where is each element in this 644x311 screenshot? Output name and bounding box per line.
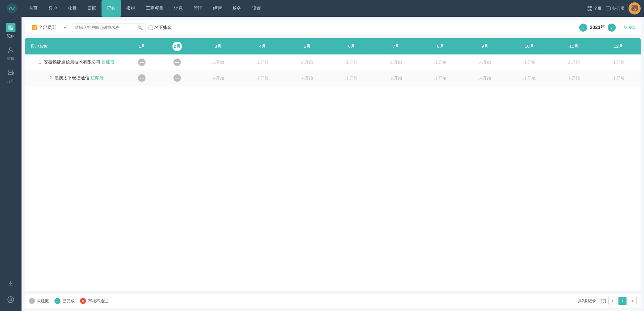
not-started-text: 未开始 <box>434 60 446 65</box>
nav-billing[interactable]: 收费 <box>63 0 82 17</box>
enter-link[interactable]: 进账簿 <box>91 75 104 80</box>
month-cell: 未开始 <box>196 70 240 86</box>
logo <box>3 3 20 14</box>
left-sidebar: 记账 审核 打印 <box>0 17 22 311</box>
not-started-text: 未开始 <box>390 76 402 80</box>
prev-page-button[interactable]: < <box>608 297 616 305</box>
my-books-check-input[interactable] <box>149 26 153 30</box>
not-started-text: 未开始 <box>256 76 269 80</box>
month-cell: 未开始 <box>463 54 507 70</box>
client-cell: 1 安徽畅捷通信息技术有限公司 进账簿 <box>25 54 126 70</box>
top-nav: 首页 客户 收费 票据 记账 报税 工商项目 消息 管理 经营 服务 设置 全屏 <box>0 0 644 17</box>
employee-icon: 员 <box>32 25 37 30</box>
legend-not-built-label: 未建账 <box>37 298 49 304</box>
next-year-button[interactable]: › <box>608 24 616 32</box>
client-name: 安徽畅捷通信息技术有限公司 <box>44 60 100 65</box>
svg-rect-4 <box>591 9 592 10</box>
col-header-jul: 7月 <box>374 38 418 54</box>
sidebar-item-print[interactable]: 打印 <box>0 65 22 87</box>
nav-business[interactable]: 工商项目 <box>140 0 169 17</box>
member-button[interactable]: 畅会员 <box>606 6 625 11</box>
pagination-total: 共2条记录，1页 <box>578 298 606 304</box>
content-area: 员 全部员工 ▾ 🔍 名下账套 ‹ 2023年 › ↻ 刷新 <box>22 17 644 311</box>
bookkeeping-table: 客户名称 1月 2月 3月 4月 5月 6月 7月 8月 9月 10月 11月 <box>25 38 641 86</box>
client-cell: 2 澳澳太平畅捷通信 进账簿 <box>25 70 126 86</box>
month-cell: 未开始 <box>596 70 641 86</box>
month-cell: 未开始 <box>552 70 596 86</box>
sidebar-item-review[interactable]: 审核 <box>0 42 22 65</box>
enter-link[interactable]: 进账簿 <box>102 60 115 65</box>
col-header-feb: 2月 <box>158 38 196 54</box>
legend-x-icon: ✕ <box>80 298 86 304</box>
not-started-text: 未开始 <box>612 76 625 80</box>
search-icon[interactable]: 🔍 <box>137 25 143 30</box>
review-icon <box>6 45 15 55</box>
nav-operation[interactable]: 经营 <box>208 0 227 17</box>
nav-invoice[interactable]: 票据 <box>82 0 102 17</box>
my-books-checkbox[interactable]: 名下账套 <box>149 25 172 31</box>
not-started-text: 未开始 <box>301 76 313 80</box>
print-icon <box>6 68 15 77</box>
search-input[interactable] <box>75 25 137 30</box>
status-dash-icon: — <box>173 59 181 66</box>
month-cell: 未开始 <box>374 54 418 70</box>
sidebar-item-user[interactable] <box>0 291 22 308</box>
nav-items: 首页 客户 收费 票据 记账 报税 工商项目 消息 管理 经营 服务 设置 <box>24 0 588 17</box>
nav-home[interactable]: 首页 <box>24 0 43 17</box>
legend-rejected: ✕ 审核不通过 <box>80 298 108 304</box>
nav-customer[interactable]: 客户 <box>43 0 63 17</box>
avatar[interactable]: 🐻 <box>629 2 641 14</box>
sidebar-item-bookkeeping[interactable]: 记账 <box>0 20 22 42</box>
nav-manage[interactable]: 管理 <box>188 0 208 17</box>
svg-rect-1 <box>588 6 589 8</box>
client-name: 澳澳太平畅捷通信 <box>54 75 89 80</box>
sidebar-item-download[interactable] <box>0 275 22 291</box>
nav-service[interactable]: 服务 <box>227 0 247 17</box>
nav-right: 全屏 畅会员 🐻 <box>588 2 641 14</box>
svg-rect-5 <box>606 7 611 10</box>
not-started-text: 未开始 <box>346 60 358 65</box>
table-row: 2 澳澳太平畅捷通信 进账簿 ——未开始未开始未开始未开始未开始未开始未开始未开… <box>25 70 641 86</box>
sidebar-print-label: 打印 <box>7 79 14 84</box>
svg-point-19 <box>10 298 12 300</box>
month-cell: 未开始 <box>329 54 374 70</box>
nav-bookkeeping[interactable]: 记账 <box>102 0 121 17</box>
refresh-button[interactable]: ↻ 刷新 <box>624 25 637 31</box>
month-cell: 未开始 <box>507 70 552 86</box>
active-month-circle: 2月 <box>172 42 182 51</box>
month-cell: — <box>158 54 196 70</box>
prev-year-button[interactable]: ‹ <box>579 24 587 32</box>
fullscreen-button[interactable]: 全屏 <box>588 6 602 11</box>
employee-select[interactable]: 员 全部员工 ▾ <box>29 23 69 32</box>
page-1-button[interactable]: 1 <box>618 297 627 305</box>
not-started-text: 未开始 <box>523 60 535 65</box>
month-cell: 未开始 <box>285 70 329 86</box>
fullscreen-icon <box>588 6 592 11</box>
next-page-button[interactable]: > <box>629 297 637 305</box>
not-started-text: 未开始 <box>612 60 625 65</box>
month-cell: 未开始 <box>240 70 285 86</box>
legend-not-built: — 未建账 <box>29 298 49 304</box>
not-started-text: 未开始 <box>346 76 358 80</box>
status-dash-icon: — <box>138 74 146 82</box>
not-started-text: 未开始 <box>212 60 224 65</box>
status-dash-icon: — <box>173 74 181 82</box>
not-started-text: 未开始 <box>301 60 313 65</box>
bookkeeping-icon <box>6 23 15 32</box>
col-header-jun: 6月 <box>329 38 374 54</box>
svg-rect-2 <box>591 6 592 8</box>
month-cell: 未开始 <box>240 54 285 70</box>
nav-tax[interactable]: 报税 <box>121 0 140 17</box>
not-started-text: 未开始 <box>212 76 224 80</box>
month-cell: 未开始 <box>596 54 641 70</box>
nav-settings[interactable]: 设置 <box>247 0 266 17</box>
sidebar-review-label: 审核 <box>7 56 14 61</box>
user-circle-icon <box>6 295 15 304</box>
member-icon <box>606 6 611 11</box>
month-cell: 未开始 <box>285 54 329 70</box>
not-started-text: 未开始 <box>568 76 580 80</box>
nav-message[interactable]: 消息 <box>169 0 188 17</box>
col-header-dec: 12月 <box>596 38 641 54</box>
month-cell: — <box>126 70 158 86</box>
month-cell: 未开始 <box>507 54 552 70</box>
